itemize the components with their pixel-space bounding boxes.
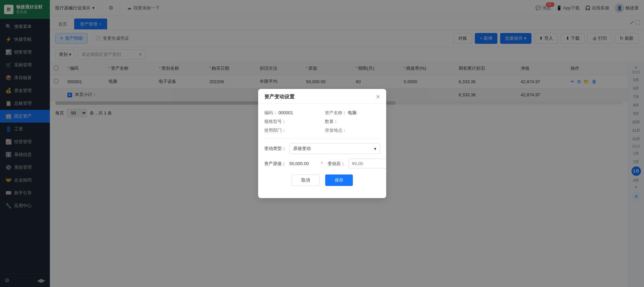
modal-overlay: 资产变动设置 ✕ 编码： 000001 资产名称： 电脑 规格型号： 数量：: [0, 0, 644, 287]
modal-asset-name-label: 资产名称：: [325, 110, 347, 115]
cancel-label: 取消: [301, 178, 310, 183]
modal-body: 编码： 000001 资产名称： 电脑 规格型号： 数量： 使用部门：: [258, 104, 386, 198]
save-label: 保存: [335, 178, 343, 183]
modal-dept-label: 使用部门：: [264, 128, 286, 133]
modal-change-type-row: 变动类型： 原值变动 ▾: [264, 143, 380, 154]
modal-asset-name: 资产名称： 电脑: [325, 110, 380, 116]
modal-asset-name-value: 电脑: [348, 110, 357, 115]
modal-location-label: 存放地点：: [325, 128, 347, 133]
modal-close-button[interactable]: ✕: [376, 94, 380, 100]
modal-original-value-row: 资产原值： 50,000.00 * 变动后：: [264, 159, 380, 168]
original-value-value: 50,000.00: [289, 161, 316, 166]
after-label: 变动后：: [328, 161, 345, 167]
modal-footer: 取消 保存: [264, 174, 380, 192]
modal-location: 存放地点：: [325, 127, 380, 133]
required-star: *: [321, 161, 323, 166]
modal-spec: 规格型号：: [264, 119, 319, 125]
change-type-label: 变动类型：: [264, 146, 286, 152]
modal-quantity: 数量：: [325, 119, 380, 125]
modal-title: 资产变动设置: [264, 94, 295, 100]
save-button[interactable]: 保存: [325, 174, 353, 186]
modal-dept: 使用部门：: [264, 127, 319, 133]
modal-spec-label: 规格型号：: [264, 119, 286, 124]
asset-change-modal: 资产变动设置 ✕ 编码： 000001 资产名称： 电脑 规格型号： 数量：: [258, 89, 386, 198]
modal-code-label: 编码：: [264, 110, 277, 115]
cancel-button[interactable]: 取消: [292, 174, 320, 186]
modal-header: 资产变动设置 ✕: [258, 89, 386, 104]
change-type-value: 原值变动: [293, 146, 311, 152]
modal-quantity-label: 数量：: [325, 119, 338, 124]
modal-code: 编码： 000001: [264, 110, 319, 116]
after-value-input[interactable]: [348, 159, 386, 168]
change-type-dropdown-icon: ▾: [374, 146, 376, 151]
modal-code-value: 000001: [278, 110, 293, 115]
modal-info-grid: 编码： 000001 资产名称： 电脑 规格型号： 数量： 使用部门：: [264, 110, 380, 138]
change-type-select[interactable]: 原值变动 ▾: [289, 143, 380, 154]
original-value-label: 资产原值：: [264, 161, 286, 167]
